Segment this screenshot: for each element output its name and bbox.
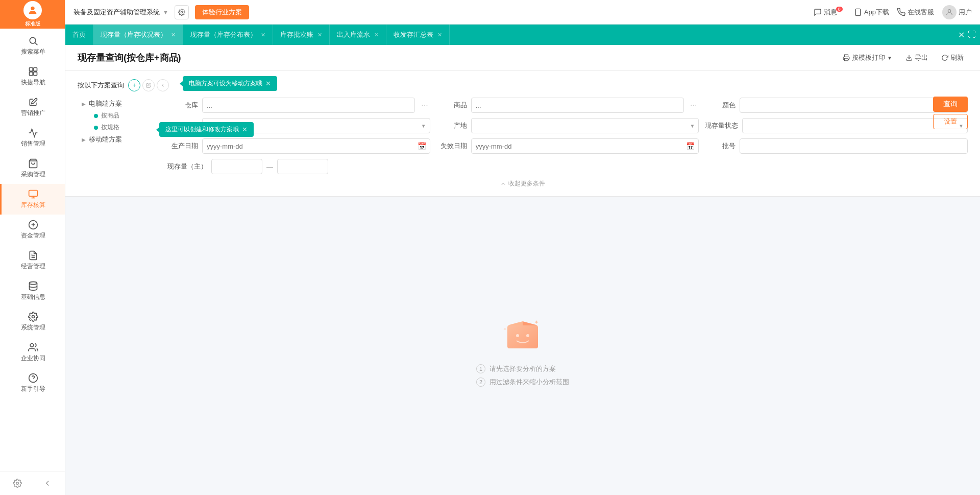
inventory-row: 现存量（主） — [167, 159, 968, 174]
tab-close-all-btn[interactable]: ✕ [958, 30, 965, 40]
tab-batch-account[interactable]: 库存批次账 ✕ [273, 25, 330, 45]
expire-date-field: 失效日期 📅 [436, 138, 699, 154]
expire-date-label: 失效日期 [436, 142, 467, 151]
print-btn[interactable]: 按模板打印 ▼ [839, 51, 896, 64]
sidebar-item-label: 快捷导航 [21, 78, 45, 87]
tab-expand-btn[interactable]: ⛶ [968, 30, 976, 39]
warehouse-input[interactable] [202, 98, 415, 113]
inventory-range: — [211, 159, 328, 174]
scheme-tree-pc[interactable]: ▶ 电脑端方案 [78, 98, 153, 110]
svg-rect-4 [34, 68, 37, 72]
sidebar-item-system[interactable]: 系统管理 [0, 307, 65, 337]
sidebar: 标准版 搜索菜单 快捷导航 营销推广 销售管理 采购管理 库存核算 资金管理 [0, 0, 65, 495]
tab-close-icon[interactable]: ✕ [261, 32, 265, 38]
tab-close-icon[interactable]: ✕ [317, 32, 322, 38]
tab-home[interactable]: 首页 [65, 25, 93, 45]
sidebar-item-operations[interactable]: 经营管理 [0, 245, 65, 276]
svg-rect-5 [30, 72, 33, 76]
svg-rect-28 [507, 325, 538, 348]
export-btn[interactable]: 导出 [901, 51, 932, 64]
industry-btn[interactable]: 体验行业方案 [195, 5, 249, 19]
svg-point-22 [181, 11, 183, 13]
sidebar-item-guide[interactable]: 新手引导 [0, 368, 65, 398]
svg-text:✦: ✦ [534, 319, 539, 326]
tab-inventory-dist[interactable]: 现存量（库存分布表） ✕ [183, 25, 273, 45]
add-scheme-btn[interactable]: + [128, 79, 140, 91]
user-btn[interactable]: 用户 [942, 5, 972, 19]
tab-close-icon[interactable]: ✕ [437, 32, 442, 38]
query-btn[interactable]: 查询 [933, 97, 968, 112]
settings-btn[interactable] [11, 477, 24, 490]
svg-point-25 [948, 9, 950, 12]
expire-date-input[interactable] [471, 138, 699, 154]
origin-field: 产地 ▼ [436, 118, 699, 133]
sidebar-item-finance[interactable]: 资金管理 [0, 215, 65, 245]
message-btn[interactable]: 消息 8 [814, 8, 846, 17]
arrow-left-icon-btn[interactable] [157, 79, 169, 91]
sidebar-item-search[interactable]: 搜索菜单 [0, 31, 65, 61]
scheme-tree-by-goods[interactable]: 按商品 [90, 110, 153, 122]
goods-input[interactable] [471, 98, 684, 113]
sidebar-item-label: 经营管理 [21, 262, 45, 271]
inventory-min-input[interactable] [211, 159, 262, 174]
tree-dot-icon [94, 114, 98, 118]
filter-header: 按以下方案查询 + 电脑方案可设为移动方案哦 ✕ [78, 79, 968, 91]
batch-no-input[interactable] [740, 138, 968, 154]
filter-row-2: 尺码 ▼ 产地 [167, 118, 968, 133]
refresh-btn[interactable]: 刷新 [937, 51, 968, 64]
filter-action-row: 查询 设置 [933, 97, 968, 129]
tooltip-popover2-close-btn[interactable]: ✕ [242, 126, 248, 133]
filter-label: 按以下方案查询 [78, 81, 124, 90]
produce-date-input[interactable] [202, 138, 430, 154]
collapse-sidebar-btn[interactable] [41, 477, 54, 490]
collapse-more-btn[interactable]: 收起更多条件 [500, 179, 545, 188]
inventory-max-input[interactable] [277, 159, 328, 174]
tip-num-2: 2 [476, 378, 485, 387]
origin-select[interactable] [471, 118, 699, 133]
svg-text:✦: ✦ [503, 327, 507, 332]
page-actions: 按模板打印 ▼ 导出 刷新 [839, 51, 968, 64]
tab-close-icon[interactable]: ✕ [171, 32, 176, 38]
sidebar-item-quicknav[interactable]: 快捷导航 [0, 61, 65, 92]
scheme-tree-mobile[interactable]: ▶ 移动端方案 [78, 133, 153, 146]
filter-action-icons: + [128, 79, 169, 91]
tab-close-icon[interactable]: ✕ [374, 32, 379, 38]
sidebar-item-enterprise[interactable]: 企业协同 [0, 337, 65, 368]
svg-rect-3 [30, 68, 33, 72]
filter-fields: 仓库 ··· 商品 ··· 颜色 [167, 98, 968, 177]
sidebar-item-sales[interactable]: 销售管理 [0, 123, 65, 153]
scheme-tree: 这里可以创建和修改方案哦 ✕ ▶ 电脑端方案 按商品 [78, 98, 159, 177]
tab-collect-summary[interactable]: 收发存汇总表 ✕ [386, 25, 450, 45]
empty-state: ✦ ✦ 1 请先选择要分析的方案 2 用过滤条件来缩小分析范围 [65, 197, 980, 495]
tooltip-close-btn[interactable]: ✕ [265, 80, 271, 87]
sidebar-item-purchase[interactable]: 采购管理 [0, 153, 65, 184]
inventory-main-label: 现存量（主） [167, 162, 207, 171]
app-download-label: App下载 [864, 8, 889, 17]
online-service-label: 在线客服 [908, 8, 934, 17]
online-service-btn[interactable]: 在线客服 [897, 8, 934, 17]
app-logo: 标准版 [0, 0, 65, 29]
sidebar-item-basic[interactable]: 基础信息 [0, 276, 65, 307]
tip-num-1: 1 [476, 364, 485, 373]
message-label: 消息 [824, 8, 837, 17]
sidebar-item-marketing[interactable]: 营销推广 [0, 92, 65, 123]
calendar-icon[interactable]: 📅 [418, 142, 426, 150]
app-download-btn[interactable]: App下载 [854, 8, 889, 17]
tab-inventory-status[interactable]: 现存量（库存状况表） ✕ [93, 25, 183, 45]
reset-btn[interactable]: 设置 [933, 114, 968, 129]
inventory-status-field: 现存量状态 ▼ [705, 118, 968, 133]
tabs-bar: 首页 现存量（库存状况表） ✕ 现存量（库存分布表） ✕ 库存批次账 ✕ 出入库… [65, 25, 980, 45]
goods-dots-icon[interactable]: ··· [688, 101, 699, 110]
calendar-icon[interactable]: 📅 [686, 142, 695, 150]
color-label: 颜色 [705, 101, 736, 110]
warehouse-dots-icon[interactable]: ··· [419, 101, 430, 110]
tab-inout-flow[interactable]: 出入库流水 ✕ [330, 25, 386, 45]
chevron-down-icon: ▼ [163, 9, 168, 15]
edit-scheme-btn[interactable] [142, 79, 155, 91]
scheme-tree-by-spec[interactable]: 按规格 [90, 122, 153, 133]
color-field: 颜色 ▼ [705, 98, 968, 113]
scheme-tree-pc-children: 按商品 按规格 [78, 110, 153, 133]
sidebar-item-inventory[interactable]: 库存核算 [0, 184, 65, 215]
settings-icon-btn[interactable] [175, 5, 189, 19]
svg-rect-26 [845, 58, 848, 61]
